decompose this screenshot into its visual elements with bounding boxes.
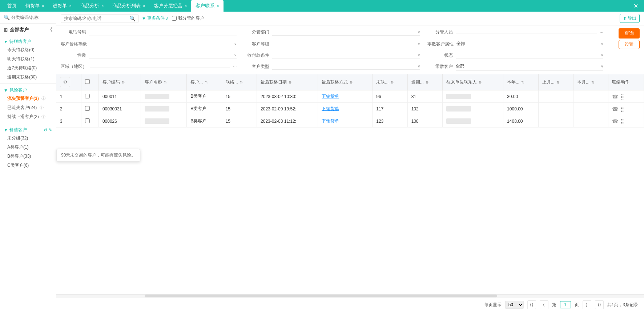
tab-sales[interactable]: 销货单 × [21, 0, 48, 12]
th-type[interactable]: 客户... ⇅ [187, 74, 222, 90]
row-checkbox-0[interactable] [85, 94, 90, 98]
window-close-button[interactable]: ✕ [631, 3, 641, 9]
action-contact-icon[interactable]: ☎ [612, 106, 618, 112]
sidebar-item-overdue[interactable]: 逾期未联络(30) [0, 73, 56, 82]
tab-customer-contact[interactable]: 客户联系 × [191, 0, 223, 12]
action-more-icon[interactable]: ⣿ [620, 94, 624, 100]
scrollbar-thumb[interactable] [145, 295, 497, 297]
sidebar-item-b-class[interactable]: B类客户(33) [0, 152, 56, 161]
gender-select[interactable]: ∨ [89, 52, 237, 58]
zero-sale-attr-select[interactable]: 全部 ∨ [456, 40, 603, 48]
search-input[interactable] [64, 16, 129, 21]
tab-analysis-list[interactable]: 商品分析列表 × [108, 0, 149, 12]
table-settings-btn[interactable]: ⚙ [60, 77, 70, 87]
sidebar-item-ungroup[interactable]: 未分组(32) [0, 134, 56, 143]
th-contact[interactable]: 联络... ⇅ [222, 74, 257, 90]
manager-dots[interactable]: ··· [600, 30, 603, 35]
cell-contact-person: ████ [443, 90, 503, 103]
contact-method-link[interactable]: 下销货单 [322, 106, 339, 111]
page-next-btn[interactable]: ⟩ [583, 300, 591, 309]
tab-sales-close[interactable]: × [42, 4, 44, 8]
contact-method-link[interactable]: 下销货单 [322, 94, 339, 99]
export-button[interactable]: ⬆ 导出 [620, 14, 640, 23]
page-last-btn[interactable]: ⟩⟩ [595, 300, 604, 309]
sidebar-group-pending[interactable]: ▼ 待联络客户 [0, 36, 56, 45]
tab-analysis-close[interactable]: × [101, 4, 104, 8]
settings-button[interactable]: 设置 [619, 40, 640, 49]
th-uncontacted[interactable]: 未联... ⇅ [373, 74, 407, 90]
th-code[interactable]: 客户编码 ⇅ [98, 74, 141, 90]
tab-customer-layer[interactable]: 客户分层经营 × [150, 0, 191, 12]
sidebar-item-declining[interactable]: 持续下滑客户(2) ⓘ [0, 112, 56, 121]
tab-home[interactable]: 首页 [3, 0, 21, 12]
sidebar-search-input[interactable] [11, 15, 52, 20]
sidebar-item-c-class[interactable]: C类客户(6) [0, 161, 56, 170]
churned-info-icon: ⓘ [40, 105, 44, 110]
sidebar-item-tomorrow[interactable]: 明天待联络(1) [0, 54, 56, 64]
filter-row-zero-sale-attr: 零散客户属性 全部 ∨ [427, 40, 603, 48]
action-contact-icon[interactable]: ☎ [612, 118, 618, 124]
tab-analysis-list-close[interactable]: × [143, 4, 145, 8]
action-more-icon[interactable]: ⣿ [620, 118, 624, 124]
more-conditions-btn[interactable]: ▼ 更多条件 ∧ [142, 15, 169, 21]
sidebar-collapse-icon[interactable]: 《 [48, 27, 52, 33]
page-number-input[interactable] [560, 301, 571, 308]
tab-purchase[interactable]: 进货单 × [48, 0, 76, 12]
th-last-method[interactable]: 最后联络方式 ⇅ [318, 74, 373, 90]
query-button[interactable]: 查询 [619, 28, 640, 39]
th-last-month[interactable]: 上月... ⇅ [538, 74, 573, 90]
sidebar-search-area: 🔍 [0, 12, 56, 24]
my-customers-checkbox[interactable] [172, 16, 177, 21]
region-select[interactable] [90, 65, 230, 68]
select-all-checkbox[interactable] [85, 79, 90, 84]
action-more-icon[interactable]: ⣿ [620, 106, 624, 112]
sidebar-item-churn-warning[interactable]: 流失预警客户(3) ⓘ [0, 94, 56, 103]
sidebar-item-churned[interactable]: 已流失客户(24) ⓘ [0, 103, 56, 112]
row-checkbox-2[interactable] [85, 118, 90, 123]
cell-last-date: 2023-02-03 11:12: [257, 115, 318, 127]
sidebar-item-7days[interactable]: 近7天待联络(0) [0, 64, 56, 73]
cell-overdue: 102 [407, 103, 442, 115]
filter-search-icon[interactable]: 🔍 [129, 16, 136, 21]
sidebar-group-risk[interactable]: ▼ 风险客户 [0, 85, 56, 94]
refresh-icon[interactable]: ↺ [44, 127, 47, 133]
page-prev-btn[interactable]: ⟨ [540, 300, 548, 309]
horizontal-scrollbar[interactable] [56, 294, 644, 297]
region-dots[interactable]: ··· [233, 64, 237, 69]
phone-input[interactable] [89, 28, 237, 36]
cell-this-month [573, 115, 608, 127]
customer-level-select[interactable]: ∨ [272, 41, 420, 47]
payment-select[interactable]: ∨ [272, 52, 420, 58]
row-checkbox-1[interactable] [85, 106, 90, 111]
sidebar-all-customers[interactable]: ⊞ 全部客户 《 [0, 24, 56, 36]
page-first-btn[interactable]: ⟨⟨ [527, 300, 536, 309]
th-overdue[interactable]: 逾期... ⇅ [407, 74, 442, 90]
tab-purchase-close[interactable]: × [69, 4, 71, 8]
customer-type-select[interactable]: ∨ [272, 63, 420, 70]
price-level-select[interactable]: ∨ [90, 41, 237, 47]
dept-select[interactable]: ∨ [272, 29, 420, 36]
th-this-year[interactable]: 本年... ⇅ [503, 74, 538, 90]
th-last-date[interactable]: 最后联络日期 ⇅ [257, 74, 318, 90]
sidebar-item-c-class-label: C类客户(6) [7, 163, 29, 168]
customer-level-chevron: ∨ [418, 42, 420, 46]
contact-method-link[interactable]: 下销货单 [322, 118, 339, 123]
sidebar-item-a-class[interactable]: A类客户(1) [0, 143, 56, 152]
tab-customer-layer-close[interactable]: × [185, 4, 187, 8]
per-page-select[interactable]: 50 100 200 [505, 301, 524, 309]
filter-row-price-level: 客户价格等级 ∨ [61, 40, 237, 48]
th-name[interactable]: 客户名称 ⇅ [141, 74, 187, 90]
sidebar-group-value[interactable]: ▼ 价值客户 ↺ ✎ [0, 125, 56, 134]
th-contact-person[interactable]: 往来单位联系人 ⇅ [443, 74, 503, 90]
tab-analysis[interactable]: 商品分析 × [76, 0, 108, 12]
status-select[interactable]: ∨ [456, 52, 603, 58]
cell-action: ☎ ⣿ [608, 115, 644, 127]
edit-icon[interactable]: ✎ [49, 127, 52, 133]
sidebar-item-today[interactable]: 今天待联络(0) [0, 45, 56, 54]
cell-this-month [573, 90, 608, 103]
action-contact-icon[interactable]: ☎ [612, 94, 618, 100]
zero-customer-select[interactable]: 全部 ∨ [456, 62, 603, 71]
manager-select[interactable] [456, 31, 597, 33]
tab-customer-contact-close[interactable]: × [217, 4, 219, 8]
th-this-month[interactable]: 本月... ⇅ [573, 74, 608, 90]
